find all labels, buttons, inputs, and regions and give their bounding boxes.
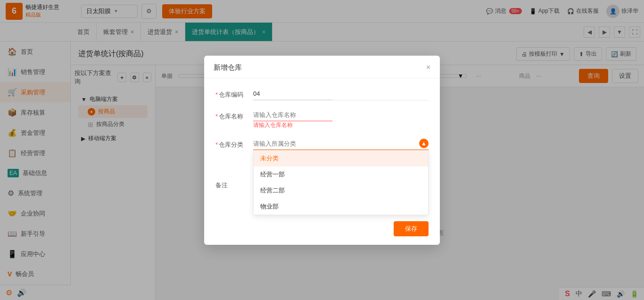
modal-body: 仓库编码 仓库名称 请输入仓库名称 仓 [204, 78, 440, 216]
dropdown-item-3[interactable]: 物业部 [254, 199, 428, 215]
dropdown-item-0[interactable]: 未分类 [254, 150, 428, 167]
code-input-wrapper [253, 88, 429, 100]
category-dropdown: 未分类 经营一部 经营二部 物业部 [253, 150, 429, 215]
modal-header: 新增仓库 × [204, 56, 440, 78]
name-error-msg: 请输入仓库名称 [253, 122, 293, 128]
modal-title: 新增仓库 [214, 63, 242, 72]
category-input-area: ▲ 未分类 经营一部 经营二部 物业部 [253, 138, 429, 150]
modal-close-button[interactable]: × [426, 63, 430, 72]
code-label: 仓库编码 [215, 88, 253, 99]
category-toggle-button[interactable]: ▲ [419, 139, 429, 148]
name-input-wrapper [253, 109, 332, 121]
notes-label: 备注 [215, 178, 253, 190]
code-input[interactable] [253, 88, 332, 100]
category-input[interactable] [253, 138, 419, 150]
save-button[interactable]: 保存 [394, 221, 429, 236]
name-field-row: 仓库名称 请输入仓库名称 [215, 109, 429, 129]
category-label: 仓库分类 [215, 138, 253, 149]
modal-overlay: 新增仓库 × 仓库编码 仓库名称 请输 [0, 0, 644, 300]
add-warehouse-modal: 新增仓库 × 仓库编码 仓库名称 请输 [204, 56, 440, 245]
dropdown-item-2[interactable]: 经营二部 [254, 183, 428, 199]
name-label: 仓库名称 [215, 109, 253, 121]
category-field-row: 仓库分类 ▲ 未分类 经营一部 经营二部 物业部 [215, 138, 429, 150]
modal-footer: 保存 [204, 216, 440, 245]
category-input-wrapper: ▲ [253, 138, 429, 150]
dropdown-item-1[interactable]: 经营一部 [254, 167, 428, 183]
code-field-row: 仓库编码 [215, 88, 429, 100]
name-input[interactable] [253, 109, 332, 121]
